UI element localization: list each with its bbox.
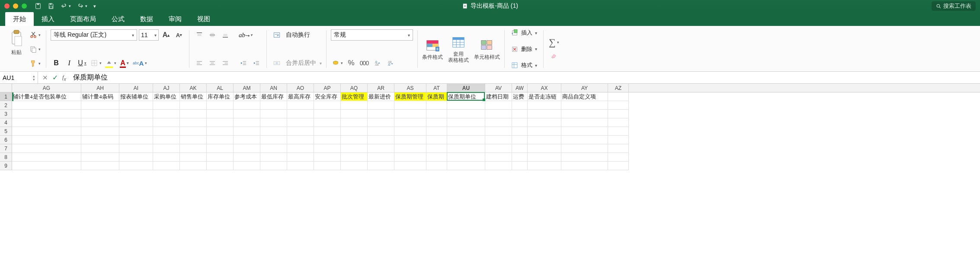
align-top-button[interactable] [194,29,205,41]
row-header-5[interactable]: 5 [0,127,12,136]
format-painter-button[interactable] [29,58,42,69]
cell-AK2[interactable] [180,101,207,110]
close-window-button[interactable] [4,3,10,9]
font-size-select[interactable]: 11▾ [139,29,159,41]
cell-AP4[interactable] [314,118,341,127]
cell-AL7[interactable] [207,144,234,153]
row-header-6[interactable]: 6 [0,136,12,144]
cell-AI9[interactable] [119,162,153,170]
cell-AX3[interactable] [528,110,561,118]
cell-AS4[interactable] [394,118,426,127]
cell-AJ8[interactable] [153,153,180,162]
cell-AQ3[interactable] [341,110,368,118]
cell-AN5[interactable] [260,127,287,136]
cell-AH6[interactable] [81,136,119,144]
font-name-select[interactable]: 等线 Regular (正文)▾ [51,29,137,41]
cell-AJ7[interactable] [153,144,180,153]
cell-AV1[interactable]: 建档日期 [485,92,512,101]
cell-AR6[interactable] [368,136,394,144]
font-color-button[interactable]: A [119,57,130,69]
cell-AV4[interactable] [485,118,512,127]
cell-AP1[interactable]: 安全库存 [314,92,341,101]
cell-AG8[interactable] [12,153,81,162]
cell-AZ8[interactable] [608,153,629,162]
cell-AH4[interactable] [81,118,119,127]
tab-0[interactable]: 开始 [5,12,34,26]
cell-AM7[interactable] [234,144,260,153]
cell-AU5[interactable] [447,127,485,136]
cell-AW4[interactable] [512,118,528,127]
align-middle-button[interactable] [207,29,218,41]
row-header-9[interactable]: 9 [0,162,12,170]
cell-AT9[interactable] [426,162,447,170]
cell-AY2[interactable] [561,101,608,110]
cell-AK3[interactable] [180,110,207,118]
comma-button[interactable]: 000 [359,57,370,69]
format-as-table-button[interactable]: 套用 表格格式 [448,35,469,63]
cell-AK9[interactable] [180,162,207,170]
cell-AW5[interactable] [512,127,528,136]
cell-AV3[interactable] [485,110,512,118]
col-header-AW[interactable]: AW [512,84,528,92]
cell-AZ2[interactable] [608,101,629,110]
cell-AY6[interactable] [561,136,608,144]
cell-AK4[interactable] [180,118,207,127]
align-bottom-button[interactable] [220,29,231,41]
col-header-AL[interactable]: AL [207,84,234,92]
col-header-AH[interactable]: AH [81,84,119,92]
cell-AO5[interactable] [287,127,314,136]
col-header-AY[interactable]: AY [561,84,608,92]
col-header-AZ[interactable]: AZ [608,84,629,92]
select-all-corner[interactable] [0,84,12,92]
cell-AX7[interactable] [528,144,561,153]
cut-button[interactable] [29,29,42,41]
cell-AI4[interactable] [119,118,153,127]
cell-AZ3[interactable] [608,110,629,118]
cell-AH8[interactable] [81,153,119,162]
cancel-formula-button[interactable]: ✕ [42,74,48,82]
autosum-button[interactable]: ∑ [548,37,560,48]
cell-AS1[interactable]: 保质期管理 [394,92,426,101]
cell-AV7[interactable] [485,144,512,153]
cell-AQ7[interactable] [341,144,368,153]
cell-AM5[interactable] [234,127,260,136]
cell-AK8[interactable] [180,153,207,162]
italic-button[interactable]: I [64,57,75,69]
cell-AO6[interactable] [287,136,314,144]
row-header-3[interactable]: 3 [0,110,12,118]
cell-AY8[interactable] [561,153,608,162]
cell-AK6[interactable] [180,136,207,144]
cell-AM4[interactable] [234,118,260,127]
cell-AH3[interactable] [81,110,119,118]
wrap-text-icon[interactable] [271,29,282,41]
cell-AZ6[interactable] [608,136,629,144]
merge-center-button[interactable]: 合并后居中 [286,59,316,67]
cell-AP5[interactable] [314,127,341,136]
cell-AY4[interactable] [561,118,608,127]
cell-AX9[interactable] [528,162,561,170]
cell-AS7[interactable] [394,144,426,153]
cell-AU7[interactable] [447,144,485,153]
cell-AW7[interactable] [512,144,528,153]
cell-AP9[interactable] [314,162,341,170]
cell-AL9[interactable] [207,162,234,170]
qat-customize[interactable]: ▾ [93,3,96,9]
cell-AR2[interactable] [368,101,394,110]
cell-AL8[interactable] [207,153,234,162]
cell-AN2[interactable] [260,101,287,110]
cell-AX6[interactable] [528,136,561,144]
cell-AY3[interactable] [561,110,608,118]
cell-AP8[interactable] [314,153,341,162]
cell-AP2[interactable] [314,101,341,110]
cell-AG9[interactable] [12,162,81,170]
cell-AI8[interactable] [119,153,153,162]
col-header-AK[interactable]: AK [180,84,207,92]
cell-AG4[interactable] [12,118,81,127]
col-header-AG[interactable]: AG [12,84,81,92]
col-header-AU[interactable]: AU [447,84,485,92]
tab-2[interactable]: 页面布局 [62,12,104,26]
cell-AT7[interactable] [426,144,447,153]
cell-AS8[interactable] [394,153,426,162]
cell-AJ1[interactable]: 采购单位 [153,92,180,101]
cell-AL4[interactable] [207,118,234,127]
